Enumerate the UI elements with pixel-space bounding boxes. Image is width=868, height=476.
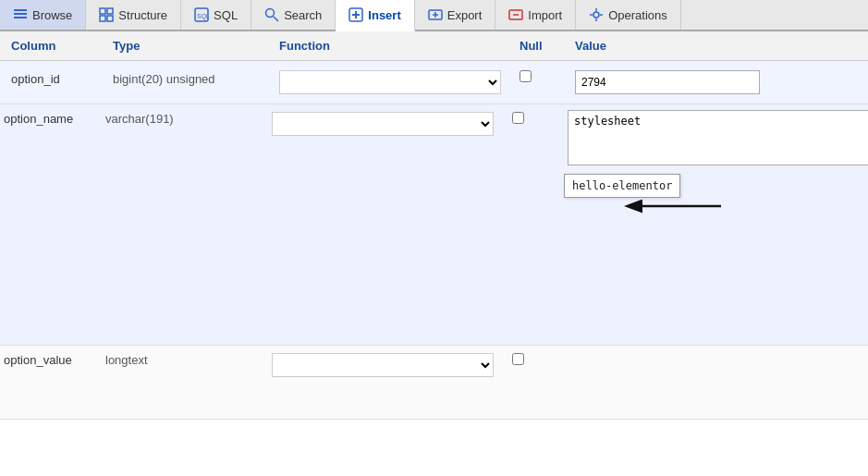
sql-icon: SQL: [194, 7, 209, 22]
null-option-id: [516, 67, 571, 86]
null-option-value: [508, 346, 564, 419]
function-option-id: [275, 67, 516, 98]
function-select-option-name[interactable]: [272, 112, 494, 136]
browse-icon: [13, 7, 28, 22]
type-option-id: bigint(20) unsigned: [109, 67, 275, 90]
svg-rect-1: [14, 13, 27, 15]
table-header: Column Type Function Null Value: [0, 31, 868, 61]
nav-search[interactable]: Search: [251, 0, 336, 30]
nav-export-label: Export: [447, 8, 483, 22]
import-icon: [508, 7, 523, 22]
svg-point-19: [593, 12, 599, 18]
header-column: Column: [7, 37, 109, 55]
nav-bar: Browse Structure SQL SQL Search Insert E…: [0, 0, 868, 31]
nav-operations-label: Operations: [608, 8, 667, 22]
nav-browse-label: Browse: [32, 8, 72, 22]
type-option-value: longtext: [102, 346, 268, 419]
operations-icon: [589, 7, 604, 22]
null-option-name: [508, 104, 564, 345]
table-row-option-value: option_value longtext: [0, 346, 868, 420]
nav-sql-label: SQL: [214, 8, 238, 22]
value-option-value: [564, 346, 868, 419]
main-content: Column Type Function Null Value option_i…: [0, 31, 868, 420]
insert-icon: [348, 7, 363, 22]
type-option-name: varchar(191): [102, 104, 268, 345]
col-option-name: option_name: [0, 104, 102, 345]
structure-icon: [99, 7, 114, 22]
export-icon: [428, 7, 443, 22]
header-function: Function: [275, 37, 516, 55]
arrow-annotation: [619, 188, 730, 262]
function-select-option-value[interactable]: [272, 353, 494, 377]
col-option-id: option_id: [7, 67, 109, 90]
value-input-option-id[interactable]: [575, 70, 760, 94]
svg-rect-4: [107, 8, 113, 14]
svg-rect-2: [14, 17, 27, 18]
nav-insert[interactable]: Insert: [336, 0, 414, 31]
nav-operations[interactable]: Operations: [576, 0, 681, 30]
svg-rect-0: [14, 9, 27, 11]
table-row: option_id bigint(20) unsigned: [0, 61, 868, 104]
nav-import-label: Import: [528, 8, 562, 22]
null-checkbox-option-id[interactable]: [520, 70, 532, 82]
svg-line-10: [274, 17, 278, 21]
value-area-option-name: stylesheet hello-elementor: [564, 104, 868, 345]
nav-import[interactable]: Import: [495, 0, 576, 30]
svg-text:SQL: SQL: [197, 13, 209, 20]
svg-rect-6: [107, 16, 113, 21]
null-checkbox-option-value[interactable]: [512, 353, 524, 365]
nav-sql[interactable]: SQL SQL: [181, 0, 251, 30]
function-select-option-id[interactable]: [279, 70, 501, 94]
svg-rect-5: [100, 16, 105, 21]
null-checkbox-option-name[interactable]: [512, 112, 524, 124]
header-null: Null: [516, 37, 571, 55]
value-textarea-option-name[interactable]: stylesheet: [568, 110, 868, 165]
nav-browse[interactable]: Browse: [0, 0, 86, 30]
svg-point-9: [266, 9, 275, 18]
nav-structure[interactable]: Structure: [86, 0, 181, 30]
nav-search-label: Search: [284, 8, 322, 22]
search-icon: [264, 7, 279, 22]
function-option-name: [268, 104, 508, 345]
col-option-value: option_value: [0, 346, 102, 419]
value-option-id: [571, 67, 861, 98]
svg-rect-3: [100, 8, 105, 14]
function-option-value: [268, 346, 508, 419]
header-value: Value: [571, 37, 861, 55]
header-type: Type: [109, 37, 275, 55]
nav-export[interactable]: Export: [415, 0, 496, 30]
nav-structure-label: Structure: [118, 8, 167, 22]
nav-insert-label: Insert: [368, 8, 400, 22]
